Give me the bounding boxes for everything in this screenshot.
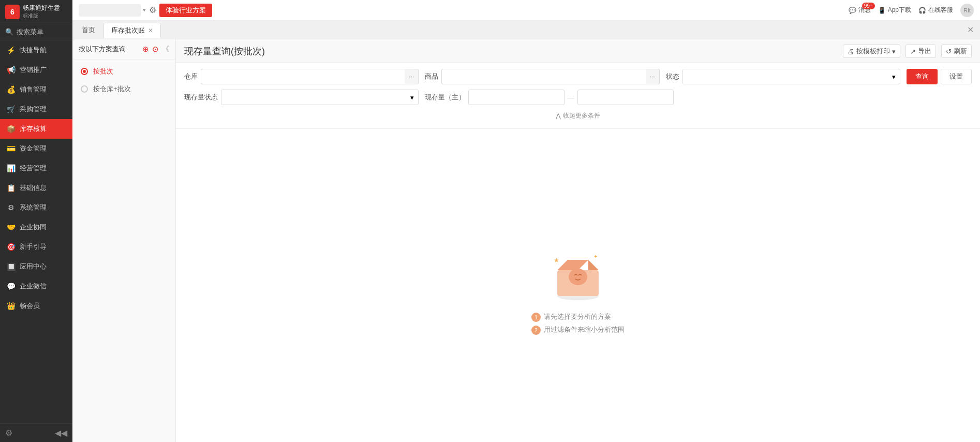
topbar-chevron-icon[interactable]: ▾ bbox=[143, 7, 146, 13]
sidebar-item-member[interactable]: 👑 畅会员 bbox=[0, 296, 72, 316]
sidebar-item-label: 资金管理 bbox=[20, 144, 47, 153]
sidebar-item-label: 库存核算 bbox=[20, 124, 47, 134]
warehouse-input[interactable] bbox=[201, 69, 405, 84]
filter-panel: 按以下方案查询 ⊕ ⊙ 《 按批次 按仓库 bbox=[72, 39, 176, 442]
app-download-button[interactable]: 📱 App下载 bbox=[878, 6, 911, 14]
topbar-search-input[interactable] bbox=[79, 4, 141, 17]
basic-icon: 📋 bbox=[6, 183, 16, 193]
tab-home[interactable]: 首页 bbox=[75, 22, 102, 38]
product-more-button[interactable]: ··· bbox=[646, 69, 660, 84]
empty-hint-1-text: 请先选择要分析的方案 bbox=[544, 312, 611, 321]
topbar-settings-icon[interactable]: ⚙ bbox=[149, 5, 156, 15]
sidebar-item-label: 采购管理 bbox=[20, 105, 47, 114]
print-button[interactable]: 🖨 按模板打印 ▾ bbox=[843, 45, 900, 58]
export-button[interactable]: ↗ 导出 bbox=[905, 45, 936, 58]
sidebar-item-marketing[interactable]: 📢 营销推广 bbox=[0, 60, 72, 80]
sales-icon: 💰 bbox=[6, 85, 16, 94]
sidebar-item-finance[interactable]: 💳 资金管理 bbox=[0, 139, 72, 158]
sidebar-item-label: 系统管理 bbox=[20, 203, 47, 212]
tabbar-close-button[interactable]: ✕ bbox=[963, 25, 978, 35]
filter-item-by-batch[interactable]: 按批次 bbox=[72, 63, 175, 80]
filter-item-by-warehouse-batch[interactable]: 按仓库+批次 bbox=[72, 80, 175, 98]
stock-amount-max-input[interactable] bbox=[577, 90, 674, 105]
collapse-more-button[interactable]: ⋀ 收起更多条件 bbox=[184, 109, 972, 122]
filter-collapse-icon[interactable]: 《 bbox=[162, 45, 169, 54]
empty-illustration-svg: ★ ✦ bbox=[544, 237, 612, 304]
topbar-right: 💬 消息 99+ 📱 App下载 🎧 在线客服 Rit bbox=[849, 4, 974, 17]
refresh-button[interactable]: ↺ 刷新 bbox=[941, 45, 972, 58]
sidebar-item-operation[interactable]: 📊 经营管理 bbox=[0, 158, 72, 178]
edition-label: 标准版 bbox=[23, 12, 60, 20]
settings-icon[interactable]: ⚙ bbox=[5, 428, 12, 438]
sidebar-item-label: 企业微信 bbox=[20, 282, 47, 291]
member-icon: 👑 bbox=[6, 301, 16, 311]
enterprise-icon: 🤝 bbox=[6, 223, 16, 232]
main-area: ▾ ⚙ 体验行业方案 💬 消息 99+ 📱 App下载 🎧 在线客服 Rit bbox=[72, 0, 980, 442]
status-chevron-icon: ▾ bbox=[892, 73, 896, 81]
export-icon: ↗ bbox=[910, 48, 916, 55]
sidebar-item-label: 应用中心 bbox=[20, 262, 47, 271]
sidebar: 6 畅康通好生意 标准版 🔍 搜索菜单 ⚡ 快捷导航 📢 营销推广 💰 销售管理… bbox=[0, 0, 72, 442]
sidebar-item-appstore[interactable]: 🔲 应用中心 bbox=[0, 257, 72, 276]
page-title: 现存量查询(按批次) bbox=[184, 45, 265, 57]
print-dropdown-icon[interactable]: ▾ bbox=[892, 48, 896, 55]
topbar-left: ▾ ⚙ 体验行业方案 bbox=[79, 4, 843, 17]
search-menu-item[interactable]: 🔍 搜索菜单 bbox=[0, 24, 72, 40]
collapse-sidebar-icon[interactable]: ◀◀ bbox=[55, 428, 67, 438]
user-menu-button[interactable]: Rit bbox=[960, 4, 974, 17]
main-panel: 现存量查询(按批次) 🖨 按模板打印 ▾ ↗ 导出 ↺ 刷新 bbox=[176, 39, 980, 442]
sidebar-item-basic[interactable]: 📋 基础信息 bbox=[0, 178, 72, 198]
tabbar: 首页 库存批次账 ✕ ✕ bbox=[72, 21, 980, 39]
tab-batch-account[interactable]: 库存批次账 ✕ bbox=[103, 23, 161, 38]
quick-nav-icon: ⚡ bbox=[6, 46, 16, 55]
print-icon: 🖨 bbox=[848, 48, 854, 55]
settings-button[interactable]: 设置 bbox=[941, 69, 972, 84]
filter-item-icon bbox=[80, 67, 89, 76]
radio-by-warehouse-batch bbox=[81, 85, 88, 93]
stock-amount-min-input[interactable] bbox=[468, 90, 565, 105]
collapse-label: 收起更多条件 bbox=[563, 111, 600, 120]
sidebar-item-quick-nav[interactable]: ⚡ 快捷导航 bbox=[0, 40, 72, 60]
search-menu-label: 搜索菜单 bbox=[17, 27, 43, 37]
status-select[interactable]: ▾ bbox=[682, 69, 900, 84]
sidebar-item-inventory[interactable]: 📦 库存核算 bbox=[0, 119, 72, 139]
finance-icon: 💳 bbox=[6, 144, 16, 153]
warehouse-label: 仓库 bbox=[184, 72, 198, 81]
sidebar-item-enterprise[interactable]: 🤝 企业协同 bbox=[0, 217, 72, 237]
headset-icon: 🎧 bbox=[918, 7, 926, 14]
sidebar-nav: ⚡ 快捷导航 📢 营销推广 💰 销售管理 🛒 采购管理 📦 库存核算 💳 资金管… bbox=[0, 40, 72, 423]
experience-industry-button[interactable]: 体验行业方案 bbox=[159, 4, 212, 17]
stock-status-select[interactable]: ▾ bbox=[221, 90, 419, 105]
filter-item-label: 按批次 bbox=[93, 67, 113, 76]
system-icon: ⚙ bbox=[6, 203, 16, 212]
sidebar-item-sales[interactable]: 💰 销售管理 bbox=[0, 80, 72, 99]
topbar: ▾ ⚙ 体验行业方案 💬 消息 99+ 📱 App下载 🎧 在线客服 Rit bbox=[72, 0, 980, 21]
sidebar-item-label: 快捷导航 bbox=[20, 46, 47, 55]
inventory-icon: 📦 bbox=[6, 124, 16, 134]
query-form: 仓库 ··· 商品 ··· bbox=[176, 63, 980, 129]
online-service-button[interactable]: 🎧 在线客服 bbox=[918, 6, 953, 14]
page-header: 现存量查询(按批次) 🖨 按模板打印 ▾ ↗ 导出 ↺ 刷新 bbox=[176, 39, 980, 63]
sidebar-item-system[interactable]: ⚙ 系统管理 bbox=[0, 198, 72, 217]
tab-close-icon[interactable]: ✕ bbox=[148, 27, 153, 34]
refresh-icon: ↺ bbox=[946, 48, 952, 55]
messages-button[interactable]: 💬 消息 99+ bbox=[849, 6, 871, 14]
filter-item-label: 按仓库+批次 bbox=[93, 84, 131, 94]
sidebar-item-purchase[interactable]: 🛒 采购管理 bbox=[0, 99, 72, 119]
wechat-icon: 💬 bbox=[6, 282, 16, 291]
filter-settings-icon[interactable]: ⊙ bbox=[152, 45, 159, 54]
filter-items-list: 按批次 按仓库+批次 bbox=[72, 60, 175, 101]
sidebar-item-newbie[interactable]: 🎯 新手引导 bbox=[0, 237, 72, 257]
status-label: 状态 bbox=[666, 72, 679, 81]
empty-hints: 1 请先选择要分析的方案 2 用过滤条件来缩小分析范围 bbox=[531, 312, 625, 335]
filter-add-icon[interactable]: ⊕ bbox=[142, 45, 149, 54]
sidebar-item-label: 畅会员 bbox=[20, 301, 40, 311]
newbie-icon: 🎯 bbox=[6, 242, 16, 252]
product-input[interactable] bbox=[441, 69, 645, 84]
sidebar-item-wechat[interactable]: 💬 企业微信 bbox=[0, 276, 72, 296]
phone-icon: 📱 bbox=[878, 7, 886, 14]
stock-amount-label: 现存量（主） bbox=[425, 93, 465, 102]
appstore-icon: 🔲 bbox=[6, 262, 16, 271]
query-button[interactable]: 查询 bbox=[907, 69, 938, 84]
warehouse-more-button[interactable]: ··· bbox=[405, 69, 419, 84]
